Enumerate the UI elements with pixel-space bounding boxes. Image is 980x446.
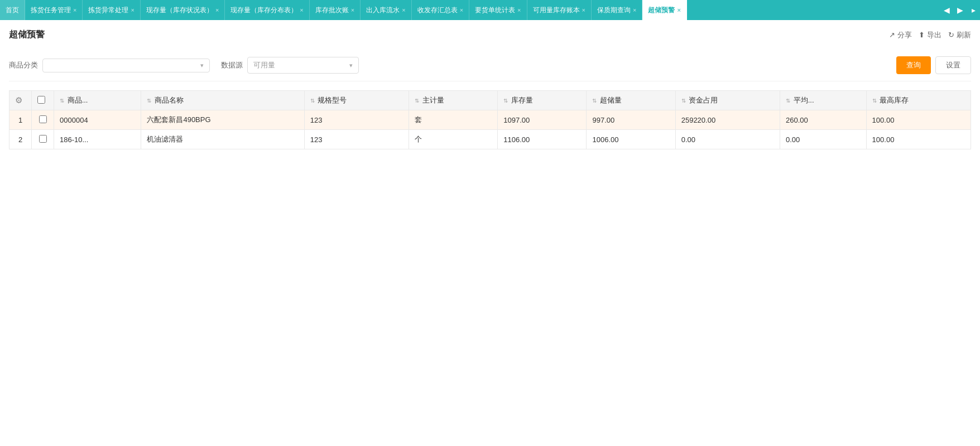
refresh-icon: ↻ [948, 31, 954, 39]
close-tab-inventory-dist[interactable]: × [300, 7, 303, 13]
nav-tab-batch[interactable]: 库存批次账 × [310, 0, 361, 20]
sort-icon: ⇅ [681, 98, 686, 104]
export-icon: ⬆ [919, 31, 925, 39]
table-row: 2 186-10... 机油滤清器 123 个 1106.00 1006.00 … [9, 130, 971, 149]
table-row: 1 0000004 六配套新昌490BPG 123 套 1097.00 997.… [9, 110, 971, 130]
row-max-stock: 100.00 [866, 110, 971, 130]
close-tab-available-account[interactable]: × [582, 7, 585, 13]
nav-tab-order-stats[interactable]: 要货单统计表 × [469, 0, 527, 20]
th-overstock[interactable]: ⇅ 超储量 [587, 91, 675, 110]
sort-icon: ⇅ [592, 98, 597, 104]
row-checkbox[interactable] [39, 135, 47, 143]
sort-icon: ⇅ [786, 98, 790, 104]
row-stock: 1106.00 [498, 130, 587, 149]
filter-bar: 商品分类 ▾ 数据源 可用量 ▾ 查询 设置 [9, 50, 971, 81]
category-filter: 商品分类 ▾ [9, 59, 210, 72]
sort-icon: ⇅ [872, 98, 877, 104]
nav-tabs: 首页 拣货任务管理 × 拣货异常处理 × 现存量（库存状况表） × 现存量（库存… [0, 0, 940, 20]
th-product-code[interactable]: ⇅ 商品... [54, 91, 141, 110]
row-unit: 个 [409, 130, 498, 149]
sort-icon: ⇅ [147, 98, 151, 104]
row-checkbox[interactable] [39, 115, 47, 123]
row-product-code: 0000004 [54, 110, 141, 130]
close-tab-order-stats[interactable]: × [517, 7, 521, 13]
close-tab-overstock-warning[interactable]: × [677, 7, 680, 13]
sort-icon: ⇅ [415, 98, 419, 104]
nav-more-button[interactable]: ▸ [967, 0, 980, 20]
select-all-checkbox[interactable] [37, 96, 45, 104]
nav-tab-inout-flow[interactable]: 出入库流水 × [361, 0, 411, 20]
datasource-label: 数据源 [221, 60, 243, 70]
row-num: 1 [9, 110, 32, 130]
nav-tab-task-mgmt[interactable]: 拣货任务管理 × [25, 0, 83, 20]
data-table: ⚙ ⇅ 商品... ⇅ 商品名称 ⇅ 规格型号 ⇅ [9, 90, 971, 149]
filter-actions: 查询 设置 [896, 56, 971, 74]
datasource-chevron-icon: ▾ [349, 62, 353, 69]
category-label: 商品分类 [9, 60, 38, 70]
nav-tab-available-account[interactable]: 可用量库存账本 × [527, 0, 592, 20]
th-max-stock[interactable]: ⇅ 最高库存 [866, 91, 971, 110]
row-spec: 123 [304, 130, 409, 149]
top-nav: 首页 拣货任务管理 × 拣货异常处理 × 现存量（库存状况表） × 现存量（库存… [0, 0, 980, 20]
nav-tab-overstock-warning[interactable]: 超储预警 × [642, 0, 686, 20]
close-tab-task-mgmt[interactable]: × [73, 7, 76, 13]
nav-tab-quality-check[interactable]: 保质期查询 × [592, 0, 642, 20]
row-checkbox-cell [32, 130, 54, 149]
nav-tab-abnormal[interactable]: 拣货异常处理 × [83, 0, 140, 20]
category-chevron-icon: ▾ [200, 62, 204, 69]
row-avg: 260.00 [780, 110, 867, 130]
close-tab-batch[interactable]: × [351, 7, 354, 13]
close-tab-receive-send[interactable]: × [460, 7, 463, 13]
close-tab-abnormal[interactable]: × [131, 7, 134, 13]
row-product-name: 六配套新昌490BPG [141, 110, 304, 130]
page-content: 超储预警 ↗ 分享 ⬆ 导出 ↻ 刷新 商品分类 ▾ 数据源 [0, 20, 980, 446]
row-max-stock: 100.00 [866, 130, 971, 149]
row-stock: 1097.00 [498, 110, 587, 130]
nav-tab-home[interactable]: 首页 [0, 0, 25, 20]
row-overstock: 1006.00 [587, 130, 675, 149]
row-product-code: 186-10... [54, 130, 141, 149]
datasource-filter: 数据源 可用量 ▾ [221, 57, 359, 74]
header-actions: ↗ 分享 ⬆ 导出 ↻ 刷新 [889, 30, 971, 40]
close-tab-inventory-status[interactable]: × [215, 7, 219, 13]
nav-next-button[interactable]: ▶ [953, 0, 967, 20]
th-checkbox [32, 91, 54, 110]
th-stock[interactable]: ⇅ 库存量 [498, 91, 587, 110]
share-button[interactable]: ↗ 分享 [889, 30, 912, 40]
table-gear-icon[interactable]: ⚙ [15, 95, 22, 105]
row-spec: 123 [304, 110, 409, 130]
row-avg: 0.00 [780, 130, 867, 149]
category-select[interactable]: ▾ [42, 59, 210, 72]
th-capital[interactable]: ⇅ 资金占用 [675, 91, 780, 110]
sort-icon: ⇅ [503, 98, 508, 104]
nav-tab-receive-send[interactable]: 收发存汇总表 × [412, 0, 469, 20]
nav-arrows: ◀ ▶ ▸ [940, 0, 980, 20]
close-tab-quality-check[interactable]: × [633, 7, 636, 13]
datasource-value: 可用量 [253, 60, 275, 70]
nav-tab-inventory-status[interactable]: 现存量（库存状况表） × [141, 0, 225, 20]
export-button[interactable]: ⬆ 导出 [919, 30, 941, 40]
close-tab-inout-flow[interactable]: × [402, 7, 405, 13]
settings-button[interactable]: 设置 [935, 56, 971, 74]
row-num: 2 [9, 130, 32, 149]
row-capital: 0.00 [675, 130, 780, 149]
page-title: 超储预警 [9, 29, 45, 41]
row-capital: 259220.00 [675, 110, 780, 130]
share-icon: ↗ [889, 31, 895, 39]
row-product-name: 机油滤清器 [141, 130, 304, 149]
datasource-select[interactable]: 可用量 ▾ [247, 57, 359, 74]
row-checkbox-cell [32, 110, 54, 130]
th-unit[interactable]: ⇅ 主计量 [409, 91, 498, 110]
table-header-row: ⚙ ⇅ 商品... ⇅ 商品名称 ⇅ 规格型号 ⇅ [9, 91, 971, 110]
sort-icon: ⇅ [60, 98, 64, 104]
row-overstock: 997.00 [587, 110, 675, 130]
refresh-button[interactable]: ↻ 刷新 [948, 30, 971, 40]
th-spec[interactable]: ⇅ 规格型号 [304, 91, 409, 110]
th-settings: ⚙ [9, 91, 32, 110]
nav-tab-inventory-dist[interactable]: 现存量（库存分布表） × [225, 0, 309, 20]
th-product-name[interactable]: ⇅ 商品名称 [141, 91, 304, 110]
th-avg[interactable]: ⇅ 平均... [780, 91, 867, 110]
nav-prev-button[interactable]: ◀ [940, 0, 953, 20]
page-header: 超储预警 ↗ 分享 ⬆ 导出 ↻ 刷新 [9, 29, 971, 41]
query-button[interactable]: 查询 [896, 56, 931, 74]
